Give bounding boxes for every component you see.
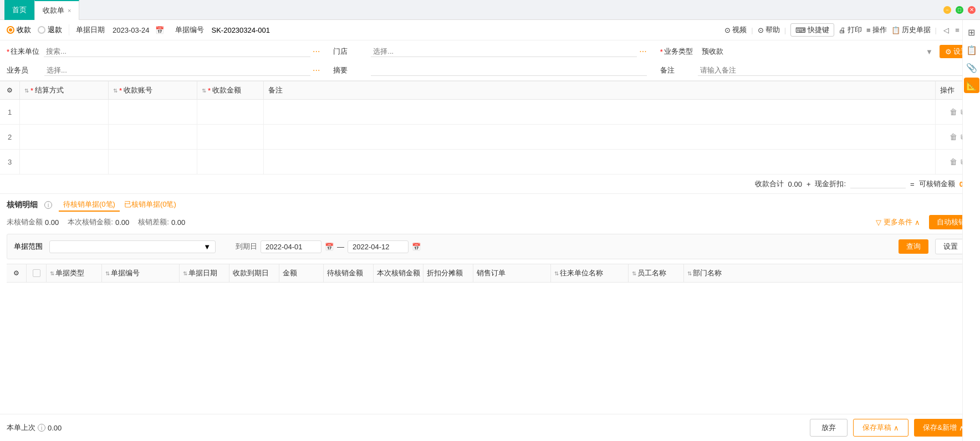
- biz-type-chevron[interactable]: ▼: [926, 48, 933, 56]
- partner-input[interactable]: [44, 46, 310, 57]
- discount-input[interactable]: [850, 180, 906, 188]
- partner-required-star: *: [7, 48, 9, 56]
- summary-label: 摘要: [333, 65, 366, 75]
- employee-dots-icon[interactable]: ···: [313, 66, 320, 75]
- sort-partner: ⇅: [554, 270, 559, 276]
- due-date-start-input[interactable]: [261, 240, 321, 253]
- available-label: 可核销金额: [919, 179, 955, 189]
- grid-header: ⚙ ⇅ * 结算方式 ⇅ * 收款账号 ⇅ * 收款金额 备注 操作: [0, 81, 980, 100]
- store-input[interactable]: [371, 46, 637, 57]
- layout-icon-2[interactable]: ≡: [952, 25, 962, 35]
- note-input[interactable]: [698, 65, 973, 76]
- row-2-settlement[interactable]: [20, 125, 109, 149]
- sidebar-icon-table[interactable]: ⊞: [964, 24, 979, 40]
- bottom-grid-this-verify-header: 本次核销金额: [374, 264, 423, 282]
- receipt-radio[interactable]: 收款: [7, 25, 31, 35]
- total-value: 0.00: [788, 180, 802, 188]
- operation-link[interactable]: ≡ 操作: [866, 25, 887, 35]
- employee-col-label: 员工名称: [637, 268, 666, 278]
- row-2-note[interactable]: [264, 125, 936, 149]
- shortcut-icon: ⌨: [795, 26, 806, 34]
- row-3-settlement[interactable]: [20, 150, 109, 174]
- tab-home[interactable]: 首页: [4, 0, 34, 20]
- pending-label: 待核销金额: [327, 268, 363, 278]
- window-minimize-button[interactable]: －: [943, 6, 951, 14]
- calendar-icon[interactable]: 📅: [155, 26, 164, 34]
- row-1-note[interactable]: [264, 100, 936, 124]
- save-new-label: 保存&新增: [923, 423, 957, 433]
- query-button[interactable]: 查询: [899, 239, 928, 254]
- calendar-start-icon[interactable]: 📅: [325, 243, 334, 251]
- last-doc-info-icon[interactable]: i: [38, 424, 45, 432]
- bottom-grid-header: ⚙ ⇅ 单据类型 ⇅ 单据编号 ⇅ 单据日期 收款到期日 金额: [7, 264, 973, 283]
- help-link[interactable]: ⊙ 帮助: [758, 25, 780, 35]
- sidebar-icon-layout[interactable]: 📐: [964, 78, 979, 93]
- print-link[interactable]: 🖨 打印: [839, 25, 862, 35]
- history-link[interactable]: 📋 历史单据: [891, 25, 931, 35]
- sep3: |: [935, 26, 937, 34]
- sidebar-icon-attach[interactable]: 📎: [964, 60, 979, 75]
- row-1-amount[interactable]: [197, 100, 264, 124]
- pending-tab[interactable]: 待核销单据(0笔): [59, 198, 120, 212]
- verify-info-icon[interactable]: i: [44, 201, 52, 209]
- summary-input[interactable]: [371, 65, 646, 76]
- shortcut-button[interactable]: ⌨ 快捷键: [790, 23, 834, 37]
- note-label: 备注: [660, 65, 693, 75]
- bottom-actions: 放弃 保存草稿 ∧ 保存&新增 ∧: [810, 419, 973, 437]
- auto-verify-label: 自动核销: [937, 217, 966, 227]
- row-1-account[interactable]: [109, 100, 197, 124]
- checkbox-all[interactable]: [33, 269, 40, 277]
- account-req-star: *: [119, 86, 122, 95]
- date-range-select[interactable]: ▼: [49, 240, 216, 253]
- settlement-label: 结算方式: [35, 85, 64, 95]
- employee-input[interactable]: [44, 65, 310, 76]
- toolbar-right: ⊙ 视频 | ⊙ 帮助 | ⌨ 快捷键 🖨 打印 ≡ 操作 📋: [724, 23, 973, 37]
- refund-radio-label: 退款: [48, 25, 62, 35]
- doc-date-label: 单据日期: [188, 268, 217, 278]
- row-2-num: 2: [0, 125, 20, 149]
- diff-value: 0.00: [171, 218, 185, 227]
- row-3-amount[interactable]: [197, 150, 264, 174]
- done-tab[interactable]: 已核销单据(0笔): [120, 198, 181, 212]
- sidebar-icon-doc[interactable]: 📋: [964, 42, 979, 58]
- date-value: 2023-03-24: [113, 26, 150, 34]
- more-conditions-button[interactable]: ▽ 更多条件 ∧: [876, 217, 920, 227]
- operation-icon: ≡: [866, 26, 871, 34]
- refund-radio[interactable]: 退款: [38, 25, 62, 35]
- bottom-grid-settings-icon[interactable]: ⚙: [7, 264, 27, 282]
- row-1-settlement[interactable]: [20, 100, 109, 124]
- settlement-header: ⇅ * 结算方式: [20, 81, 109, 99]
- partner-field: * 往来单位 ···: [7, 46, 320, 57]
- partner-label: 往来单位: [11, 47, 44, 57]
- more-conditions-chevron: ∧: [915, 218, 920, 227]
- verify-tabs: 待核销单据(0笔) 已核销单据(0笔): [59, 198, 181, 212]
- calendar-end-icon[interactable]: 📅: [412, 243, 421, 251]
- row-1-delete-icon[interactable]: 🗑: [950, 107, 957, 116]
- verify-settings-button[interactable]: 设置: [935, 239, 966, 254]
- row-2-account[interactable]: [109, 125, 197, 149]
- video-label: 视频: [732, 25, 747, 35]
- bottom-grid-employee-header: ⇅ 员工名称: [629, 264, 684, 282]
- save-draft-button[interactable]: 保存草稿 ∧: [853, 419, 908, 437]
- sort-doc-no: ⇅: [105, 270, 110, 276]
- window-close-button[interactable]: ✕: [968, 6, 976, 14]
- row-3-note[interactable]: [264, 150, 936, 174]
- grid-settings-icon[interactable]: ⚙: [0, 81, 20, 99]
- employee-label: 业务员: [7, 65, 40, 75]
- row-3-delete-icon[interactable]: 🗑: [950, 157, 957, 166]
- video-link[interactable]: ⊙ 视频: [724, 25, 747, 35]
- row-2-delete-icon[interactable]: 🗑: [950, 132, 957, 141]
- tab-close-icon[interactable]: ×: [68, 7, 71, 14]
- abandon-button[interactable]: 放弃: [810, 419, 848, 437]
- bottom-grid-checkbox-all[interactable]: [27, 264, 47, 282]
- window-maximize-button[interactable]: □: [956, 6, 963, 14]
- sort-doc-date: ⇅: [183, 270, 187, 276]
- due-date-end-input[interactable]: [348, 240, 409, 253]
- row-2-amount[interactable]: [197, 125, 264, 149]
- store-dots-icon[interactable]: ···: [639, 47, 646, 56]
- row-3-account[interactable]: [109, 150, 197, 174]
- layout-icon-1[interactable]: ◁: [941, 25, 951, 35]
- partner-dots-icon[interactable]: ···: [313, 47, 320, 56]
- shortcut-label: 快捷键: [808, 25, 829, 35]
- tab-receipt[interactable]: 收款单 ×: [34, 0, 79, 20]
